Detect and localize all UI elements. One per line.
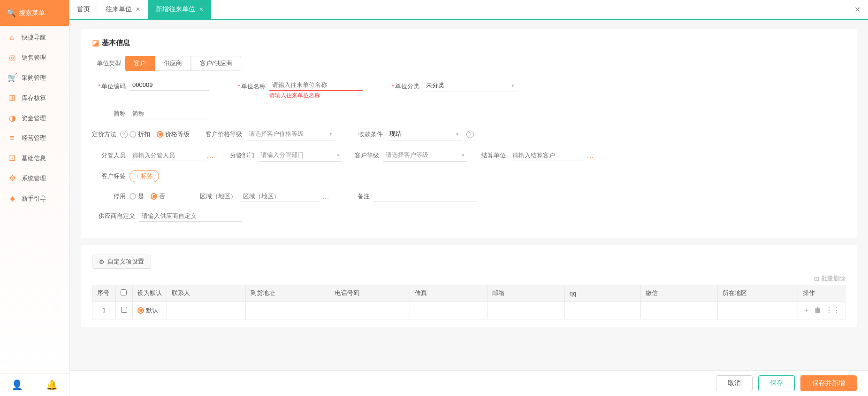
tab-bar-close[interactable]: ✕ bbox=[847, 5, 868, 14]
sidebar-item-finance[interactable]: ◑资金管理 bbox=[0, 108, 69, 128]
address-input[interactable] bbox=[251, 305, 325, 316]
row-checkbox[interactable] bbox=[121, 307, 127, 313]
batch-delete-label[interactable]: 批量删除 bbox=[821, 274, 845, 283]
sidebar: 🔍 搜索菜单 ⌂快捷导航◎销售管理🛒采购管理⊞库存核算◑资金管理≡经营管理⊡基础… bbox=[0, 0, 69, 396]
tab-partner-list-close[interactable]: ✕ bbox=[136, 6, 140, 13]
radio-price-level[interactable]: 价格等级 bbox=[157, 130, 190, 139]
customer-level-placeholder: 请选择客户等级 bbox=[386, 151, 428, 159]
search-menu-button[interactable]: 🔍 搜索菜单 bbox=[0, 5, 69, 21]
btn-type-both[interactable]: 客户/供应商 bbox=[191, 56, 241, 71]
row-action-group: ＋ 🗑 ⋮⋮ bbox=[803, 305, 840, 315]
row-fax[interactable] bbox=[410, 302, 487, 319]
sidebar-item-purchase[interactable]: 🛒采购管理 bbox=[0, 68, 69, 88]
tab-add-partner[interactable]: 新增往来单位 ✕ bbox=[148, 0, 212, 19]
region-label: 区域（地区） bbox=[193, 192, 240, 201]
sidebar-item-sales[interactable]: ◎销售管理 bbox=[0, 47, 69, 68]
row-qq[interactable] bbox=[564, 302, 640, 319]
batch-delete-area: ⊡ 批量删除 bbox=[92, 274, 845, 283]
unit-type-label: 单位类型 bbox=[92, 59, 125, 68]
bell-icon[interactable]: 🔔 bbox=[42, 377, 61, 392]
radio-price-level-circle bbox=[157, 131, 163, 138]
row-default-radio[interactable]: 默认 bbox=[137, 306, 162, 315]
sidebar-footer: 👤 🔔 bbox=[0, 373, 69, 396]
cancel-button[interactable]: 取消 bbox=[716, 375, 753, 391]
basic-info-icon: ⊡ bbox=[8, 153, 17, 163]
btn-type-supplier[interactable]: 供应商 bbox=[155, 56, 191, 71]
settlement-more-btn[interactable]: … bbox=[585, 151, 596, 160]
customer-level-select[interactable]: 请选择客户等级 ▾ bbox=[383, 149, 467, 162]
delete-row-icon[interactable]: 🗑 bbox=[814, 306, 822, 315]
col-phone: 电话号码 bbox=[330, 285, 410, 302]
manager-row: 分管人员 … 分管部门 请输入分管部门 ▾ 客户等级 请选择客户等级 ▾ 结算单… bbox=[92, 149, 845, 162]
sidebar-item-label-basic-info: 基础信息 bbox=[22, 154, 46, 163]
section-title: ◪ 基本信息 bbox=[92, 39, 845, 47]
tab-add-partner-close[interactable]: ✕ bbox=[199, 6, 204, 13]
payment-terms-select[interactable]: 现结 ▾ bbox=[387, 128, 462, 140]
row-address[interactable] bbox=[245, 302, 330, 319]
unit-category-chevron: ▾ bbox=[511, 83, 514, 89]
remarks-input[interactable] bbox=[373, 191, 477, 202]
unit-code-input[interactable] bbox=[129, 79, 209, 91]
sidebar-item-quick-nav[interactable]: ⌂快捷导航 bbox=[0, 28, 69, 47]
btn-type-customer[interactable]: 客户 bbox=[125, 56, 155, 71]
shortname-row: 简称 bbox=[92, 108, 845, 119]
radio-disabled-yes[interactable]: 是 bbox=[129, 192, 144, 201]
section-title-label: 基本信息 bbox=[102, 39, 130, 47]
supplier-custom-input[interactable] bbox=[139, 210, 242, 222]
col-email: 邮箱 bbox=[487, 285, 565, 302]
sidebar-item-system[interactable]: ⚙系统管理 bbox=[0, 168, 69, 188]
save-button[interactable]: 保存 bbox=[758, 375, 795, 391]
add-tag-label: + 标签 bbox=[136, 172, 153, 180]
unit-category-select[interactable]: 未分类 ▾ bbox=[423, 79, 517, 92]
unit-name-input[interactable] bbox=[269, 79, 363, 91]
row-region-input[interactable] bbox=[723, 305, 793, 316]
supplier-custom-label: 供应商自定义 bbox=[92, 212, 139, 220]
sidebar-item-label-sales: 销售管理 bbox=[22, 54, 46, 62]
sidebar-item-new-guide[interactable]: ◈新手引导 bbox=[0, 188, 69, 209]
radio-discount[interactable]: 折扣 bbox=[129, 130, 150, 139]
payment-terms-value: 现结 bbox=[389, 130, 402, 138]
sidebar-item-operations[interactable]: ≡经营管理 bbox=[0, 128, 69, 148]
add-row-icon[interactable]: ＋ bbox=[803, 305, 810, 315]
region-input[interactable] bbox=[240, 191, 320, 202]
radio-disabled-no[interactable]: 否 bbox=[151, 192, 165, 201]
price-level-select[interactable]: 请选择客户价格等级 ▾ bbox=[246, 128, 335, 140]
select-all-checkbox[interactable] bbox=[121, 289, 127, 295]
sidebar-item-inventory[interactable]: ⊞库存核算 bbox=[0, 88, 69, 108]
shortname-input[interactable] bbox=[129, 108, 209, 119]
custom-settings-button[interactable]: ⚙ 自定义项设置 bbox=[92, 255, 151, 269]
unit-category-value: 未分类 bbox=[426, 81, 444, 90]
manager-more-btn[interactable]: … bbox=[205, 151, 216, 160]
sidebar-item-basic-info[interactable]: ⊡基础信息 bbox=[0, 148, 69, 168]
user-icon[interactable]: 👤 bbox=[8, 377, 27, 392]
row-wechat[interactable] bbox=[640, 302, 718, 319]
customer-tag-row: 客户标签 + 标签 bbox=[92, 170, 845, 182]
row-index: 1 bbox=[92, 302, 116, 319]
region-more-btn[interactable]: … bbox=[320, 192, 331, 201]
sidebar-item-label-finance: 资金管理 bbox=[22, 114, 46, 123]
row-region[interactable] bbox=[718, 302, 798, 319]
pricing-help-icon[interactable]: ? bbox=[120, 131, 128, 138]
fax-input[interactable] bbox=[415, 305, 482, 316]
add-tag-button[interactable]: + 标签 bbox=[129, 170, 159, 182]
price-level-placeholder: 请选择客户价格等级 bbox=[249, 130, 304, 138]
payment-terms-help-icon[interactable]: ? bbox=[466, 131, 474, 138]
tab-partner-list[interactable]: 往来单位 ✕ bbox=[98, 0, 148, 19]
manager-input[interactable] bbox=[129, 150, 205, 161]
drag-icon[interactable]: ⋮⋮ bbox=[825, 306, 840, 315]
phone-input[interactable] bbox=[335, 305, 405, 316]
department-select[interactable]: 请输入分管部门 ▾ bbox=[258, 149, 343, 162]
tab-home[interactable]: 首页 bbox=[69, 0, 98, 19]
row-phone[interactable] bbox=[330, 302, 410, 319]
email-input[interactable] bbox=[492, 305, 560, 316]
contact-input[interactable] bbox=[172, 305, 241, 316]
row-email[interactable] bbox=[487, 302, 565, 319]
save-new-button[interactable]: 保存并新增 bbox=[800, 375, 857, 391]
row-contact[interactable] bbox=[167, 302, 246, 319]
row-actions: ＋ 🗑 ⋮⋮ bbox=[798, 302, 845, 319]
settlement-label: 结算单位 bbox=[477, 151, 510, 160]
wechat-input[interactable] bbox=[646, 305, 713, 316]
customer-tag-label: 客户标签 bbox=[92, 172, 129, 180]
qq-input[interactable] bbox=[570, 305, 636, 316]
settlement-input[interactable] bbox=[510, 150, 585, 161]
